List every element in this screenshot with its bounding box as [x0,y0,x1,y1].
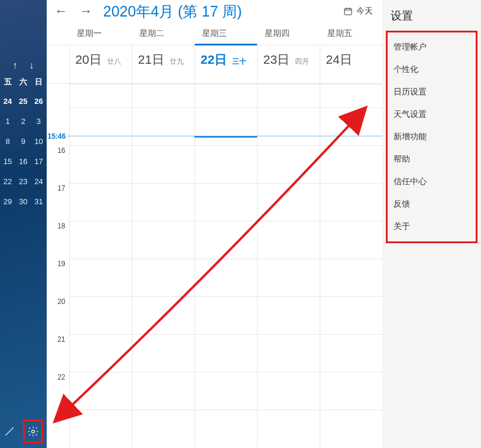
time-cell[interactable] [132,221,194,259]
time-cell[interactable] [194,145,257,183]
day-header[interactable]: 星期一 [69,22,132,45]
mini-date-cell[interactable]: 1 [0,117,15,126]
time-cell[interactable] [69,334,132,372]
time-cell[interactable] [194,410,257,447]
settings-item[interactable]: 新增功能 [388,126,476,148]
time-cell[interactable] [132,259,194,296]
time-row[interactable]: 21 [47,334,382,372]
time-cell[interactable] [257,410,320,447]
time-cell[interactable] [320,334,382,372]
prev-week-button[interactable]: ← [51,4,72,19]
time-cell[interactable] [320,410,382,447]
mini-date-cell[interactable]: 22 [0,177,15,186]
mini-date-cell[interactable]: 24 [0,97,15,106]
settings-item[interactable]: 信任中心 [388,171,476,193]
time-cell[interactable] [132,372,194,410]
mini-cal-up-icon[interactable]: ↑ [12,60,17,71]
time-row[interactable]: 22 [47,372,382,410]
time-cell[interactable] [132,145,194,183]
time-cell[interactable] [69,145,132,183]
day-header[interactable]: 星期二 [132,22,194,45]
day-date-cell[interactable]: 21日 廿九 [132,45,194,83]
time-cell[interactable] [320,183,382,221]
time-cell[interactable] [132,183,194,221]
time-cell[interactable] [194,296,257,334]
hour-label: 20 [47,296,69,334]
time-row[interactable]: 19 [47,259,382,296]
settings-item[interactable]: 关于 [388,215,476,238]
mini-date-cell[interactable]: 17 [31,157,46,166]
settings-item[interactable]: 日历设置 [388,81,476,103]
time-row[interactable]: 23 [47,410,382,447]
day-date-cell[interactable]: 20日 廿八 [69,45,132,83]
day-header[interactable]: 星期三 [194,22,257,45]
time-row[interactable]: 20 [47,296,382,334]
time-cell[interactable] [69,259,132,296]
time-cell[interactable] [132,296,194,334]
settings-item[interactable]: 帮助 [388,148,476,171]
today-button[interactable]: 今天 [339,4,378,19]
mini-date-cell[interactable]: 30 [15,197,31,206]
mini-date-cell[interactable]: 31 [31,197,46,206]
time-cell[interactable] [194,259,257,296]
hour-label: 22 [47,372,69,410]
time-cell[interactable] [257,145,320,183]
day-date-cell[interactable]: 22日 三十 [194,45,257,83]
mini-date-cell[interactable]: 26 [31,97,46,106]
time-cell[interactable] [257,183,320,221]
mini-date-cell[interactable]: 3 [31,117,46,126]
time-cell[interactable] [320,372,382,410]
time-cell[interactable] [132,410,194,447]
settings-button[interactable] [23,420,43,443]
mini-date-cell[interactable]: 15 [0,157,15,166]
next-week-button[interactable]: → [76,4,96,19]
mini-date-cell[interactable]: 23 [15,177,31,186]
mini-date-cell[interactable]: 16 [15,157,31,166]
mini-date-cell[interactable]: 9 [15,137,31,146]
sidebar-mini-calendar: ↑ ↓ 五 六 日 24 25 26 1 2 3 8 9 10 15 16 17 [0,0,47,448]
mini-date-cell[interactable]: 25 [15,97,31,106]
mini-date-cell[interactable]: 29 [0,197,15,206]
time-cell[interactable] [69,410,132,447]
hour-label: 21 [47,334,69,372]
time-cell[interactable] [257,296,320,334]
time-row[interactable]: 17 [47,183,382,221]
time-cell[interactable] [320,145,382,183]
time-cell[interactable] [257,259,320,296]
mini-date-cell[interactable]: 2 [15,117,31,126]
settings-item[interactable]: 反馈 [388,193,476,215]
time-cell[interactable] [320,259,382,296]
time-cell[interactable] [320,221,382,259]
calendar-today-icon [343,6,353,16]
mini-date-cell[interactable]: 10 [31,137,46,146]
time-cell[interactable] [69,372,132,410]
settings-list: 管理帐户个性化日历设置天气设置新增功能帮助信任中心反馈关于 [386,31,478,243]
settings-item[interactable]: 天气设置 [388,103,476,126]
mini-date-cell[interactable]: 24 [31,177,46,186]
day-date-cell[interactable]: 23日 四月 [257,45,320,83]
day-date-cell[interactable]: 24日 [320,45,382,83]
time-cell[interactable] [69,183,132,221]
time-cell[interactable] [194,183,257,221]
time-cell[interactable] [257,372,320,410]
time-cell[interactable] [194,372,257,410]
time-row[interactable]: 18 [47,221,382,259]
day-header[interactable]: 星期五 [320,22,382,45]
mini-date-cell[interactable]: 8 [0,137,15,146]
time-row[interactable]: 16 [47,145,382,183]
time-cell[interactable] [257,334,320,372]
time-grid[interactable]: 161718192021222315:46 [47,84,382,448]
settings-item[interactable]: 个性化 [388,58,476,81]
day-header[interactable]: 星期四 [257,22,320,45]
hour-label: 19 [47,259,69,296]
sidebar-button[interactable] [0,420,20,443]
time-cell[interactable] [320,296,382,334]
time-cell[interactable] [132,334,194,372]
time-cell[interactable] [257,221,320,259]
mini-cal-down-icon[interactable]: ↓ [29,60,34,71]
time-cell[interactable] [69,221,132,259]
time-cell[interactable] [194,221,257,259]
time-cell[interactable] [69,296,132,334]
settings-item[interactable]: 管理帐户 [388,36,476,58]
time-cell[interactable] [194,334,257,372]
